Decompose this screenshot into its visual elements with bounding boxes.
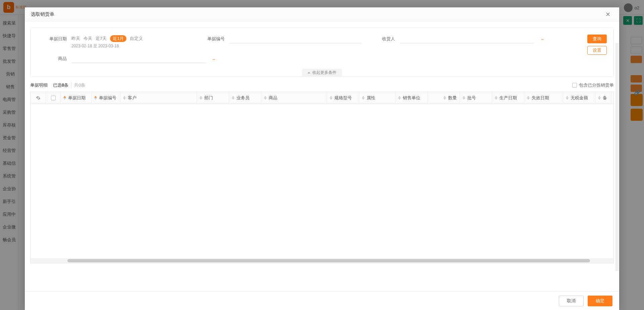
horizontal-scrollbar[interactable] bbox=[31, 258, 613, 263]
more-icon[interactable]: ... bbox=[212, 55, 215, 61]
filter-product: 商品 ... bbox=[39, 55, 215, 63]
col-dept[interactable]: 部门 bbox=[197, 92, 229, 104]
confirm-button[interactable]: 确定 bbox=[588, 296, 612, 306]
date-option-yesterday[interactable]: 昨天 bbox=[71, 36, 80, 42]
col-spec[interactable]: 规格型号 bbox=[327, 92, 359, 104]
col-salesman[interactable]: 业务员 bbox=[229, 92, 261, 104]
col-unit[interactable]: 销售单位 bbox=[395, 92, 428, 104]
col-date[interactable]: 单据日期 bbox=[61, 92, 92, 104]
col-expiry[interactable]: 失效日期 bbox=[524, 92, 563, 104]
col-product[interactable]: 商品 bbox=[261, 92, 327, 104]
search-button[interactable]: 查询 bbox=[587, 35, 607, 43]
col-qty[interactable]: 数量 bbox=[428, 92, 460, 104]
detail-title: 单据明细 bbox=[30, 82, 48, 88]
cancel-button[interactable]: 取消 bbox=[559, 296, 584, 306]
include-picked-label: 包含已分拣销货单 bbox=[579, 82, 614, 88]
date-option-today[interactable]: 今天 bbox=[84, 36, 92, 42]
date-range-tabs: 昨天 今天 近7天 近1月 自定义 bbox=[71, 35, 143, 42]
collapse-filters-button[interactable]: 收起更多条件 bbox=[302, 69, 342, 76]
collapse-text: 收起更多条件 bbox=[312, 70, 336, 75]
modal-body: 查询 设置 单据日期 昨天 今天 近7天 近1月 自定义 2023-02-18 bbox=[25, 21, 619, 291]
filter-docno: 单据编号 bbox=[197, 35, 362, 43]
filter-panel: 查询 设置 单据日期 昨天 今天 近7天 近1月 自定义 2023-02-18 bbox=[30, 28, 614, 77]
table-settings-button[interactable] bbox=[31, 92, 46, 104]
list-header: 单据明细 已选0条 共0条 包含已分拣销货单 bbox=[30, 82, 614, 88]
product-input[interactable] bbox=[71, 55, 206, 63]
col-docno[interactable]: 单据编号 bbox=[92, 92, 120, 104]
receiver-label: 收货人 bbox=[375, 35, 395, 42]
filter-date: 单据日期 昨天 今天 近7天 近1月 自定义 2023-02-18 至 2023… bbox=[39, 35, 143, 49]
col-customer[interactable]: 客户 bbox=[120, 92, 197, 104]
col-attr[interactable]: 属性 bbox=[359, 92, 395, 104]
scrollbar-thumb[interactable] bbox=[67, 259, 590, 262]
table-body-empty bbox=[31, 104, 613, 258]
select-all-checkbox[interactable] bbox=[46, 92, 61, 104]
col-batch[interactable]: 批号 bbox=[460, 92, 492, 104]
modal-header: 选取销货单 ✕ bbox=[25, 7, 619, 21]
vertical-scrollbar[interactable] bbox=[615, 43, 619, 271]
filter-receiver: 收货人 ... bbox=[375, 35, 543, 43]
more-icon[interactable]: ... bbox=[541, 35, 543, 41]
docno-input[interactable] bbox=[229, 35, 362, 43]
modal-footer: 取消 确定 bbox=[25, 291, 619, 310]
date-option-7days[interactable]: 近7天 bbox=[96, 36, 107, 42]
close-icon[interactable]: ✕ bbox=[603, 9, 613, 19]
modal-title: 选取销货单 bbox=[31, 11, 54, 17]
select-sales-order-modal: 选取销货单 ✕ 查询 设置 单据日期 昨天 今天 近7天 近1月 bbox=[25, 7, 619, 310]
date-label: 单据日期 bbox=[39, 35, 67, 42]
gear-icon bbox=[36, 96, 41, 100]
include-picked-checkbox[interactable]: 包含已分拣销货单 bbox=[572, 82, 614, 88]
col-prod-date[interactable]: 生产日期 bbox=[492, 92, 524, 104]
selected-count: 已选0条 bbox=[53, 82, 68, 88]
date-range-value: 2023-02-18 至 2023-03-18 bbox=[71, 43, 143, 49]
product-label: 商品 bbox=[39, 55, 67, 62]
chevron-up-icon bbox=[308, 72, 310, 73]
filter-actions: 查询 设置 bbox=[587, 35, 607, 55]
settings-button[interactable]: 设置 bbox=[587, 46, 607, 55]
col-remark[interactable]: 备 bbox=[595, 92, 611, 104]
checkbox-icon[interactable] bbox=[572, 83, 577, 88]
date-option-custom[interactable]: 自定义 bbox=[130, 36, 143, 42]
docno-label: 单据编号 bbox=[197, 35, 225, 42]
date-option-1month[interactable]: 近1月 bbox=[110, 35, 126, 42]
results-table: 单据日期 单据编号 客户 部门 业务员 商品 规格型号 属性 销售单位 数量 批… bbox=[30, 92, 614, 263]
col-net-amount[interactable]: 无税金额 bbox=[563, 92, 595, 104]
total-count: 共0条 bbox=[71, 82, 85, 88]
receiver-input[interactable] bbox=[400, 35, 534, 43]
table-header: 单据日期 单据编号 客户 部门 业务员 商品 规格型号 属性 销售单位 数量 批… bbox=[31, 92, 613, 104]
